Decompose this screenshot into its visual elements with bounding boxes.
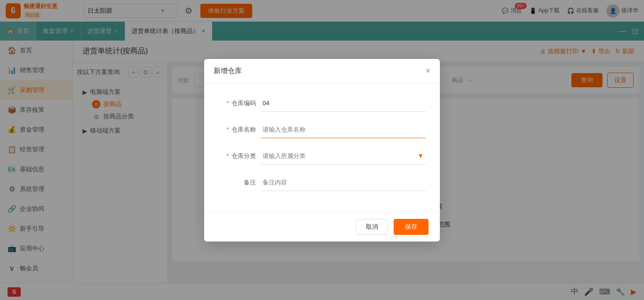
modal-footer: 取消 保存 [204,212,440,242]
field-label-code: * 仓库编码 [218,99,256,108]
category-input[interactable] [261,152,417,159]
remark-label-text: 备注 [244,179,256,186]
field-row-code: * 仓库编码 [218,95,426,112]
field-row-name: * 仓库名称 [218,121,426,138]
category-label-text: 仓库分类 [231,152,256,159]
name-input[interactable] [261,121,426,138]
modal-overlay[interactable]: 新增仓库 × * 仓库编码 * 仓库名称 [0,0,644,300]
field-label-name: * 仓库名称 [218,125,256,134]
field-row-remark: 备注 [218,174,426,191]
modal-close-button[interactable]: × [425,67,430,75]
code-input[interactable] [261,95,426,112]
modal: 新增仓库 × * 仓库编码 * 仓库名称 [204,59,440,242]
field-label-category: * 仓库分类 [218,152,256,160]
category-select[interactable]: ▼ [261,148,426,165]
name-label-text: 仓库名称 [231,126,256,133]
modal-title: 新增仓库 [214,67,242,75]
save-button[interactable]: 保存 [394,219,429,235]
cancel-button[interactable]: 取消 [356,219,388,235]
field-row-category: * 仓库分类 ▼ [218,148,426,165]
modal-body: * 仓库编码 * 仓库名称 * 仓库分类 [204,83,440,212]
category-dropdown-icon: ▼ [417,152,424,159]
code-label-text: 仓库编码 [231,100,256,107]
field-label-remark: 备注 [218,178,256,187]
modal-header: 新增仓库 × [204,59,440,83]
remark-input[interactable] [261,174,426,191]
